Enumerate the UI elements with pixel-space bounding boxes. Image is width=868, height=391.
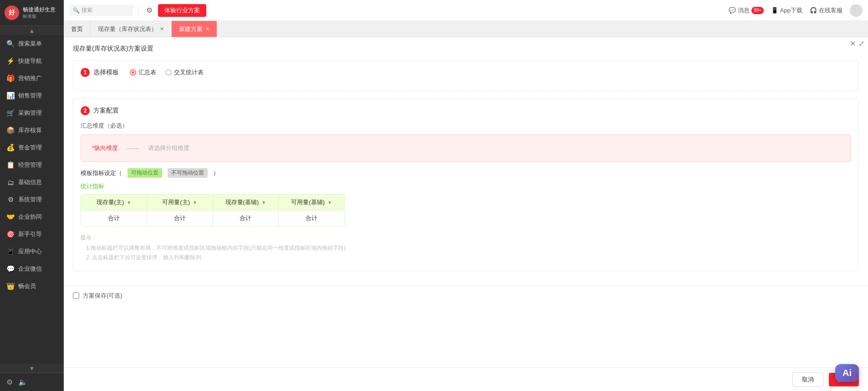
- stats-body-cell-3: 合计: [279, 211, 344, 226]
- stats-body-cell-1: 合计: [147, 211, 213, 226]
- sidebar-item-member[interactable]: 👑 畅会员: [0, 278, 64, 295]
- main-content: 🔍 搜索 ⚙ 体验行业方案 💬 消息 99+ 📱 App下载 🎧 在线客服: [64, 0, 868, 391]
- radio-summary-label: 汇总表: [138, 68, 156, 77]
- dimension-box[interactable]: *纵向维度 —— 请选择分组维度: [81, 134, 851, 162]
- sidebar-item-new-guide[interactable]: 🎯 新手引导: [0, 226, 64, 243]
- sidebar-item-system[interactable]: ⚙ 系统管理: [0, 191, 64, 208]
- stats-header-label-2: 现存量(基辅): [225, 198, 259, 206]
- guide-icon: 🎯: [6, 230, 15, 238]
- sidebar-item-cooperation[interactable]: 🤝 企业协同: [0, 208, 64, 226]
- tab-home-label: 首页: [71, 25, 83, 33]
- movable-tag: 可拖动位置: [128, 168, 162, 178]
- cancel-button[interactable]: 取消: [792, 372, 823, 387]
- tips-item-0: 1.拖动标题栏可以调整布局，不可跨维度或指标区域拖动框内目字段(只能在同一维度或…: [81, 244, 851, 252]
- customer-service-item[interactable]: 🎧 在线客服: [810, 6, 842, 15]
- close-panel-button[interactable]: ✕: [850, 39, 856, 48]
- sidebar-item-label: 营销推广: [18, 74, 42, 82]
- message-item[interactable]: 💬 消息 99+: [729, 6, 764, 15]
- sidebar-item-label: 系统管理: [18, 196, 42, 204]
- indicator-config-label: 模板指标设定（: [81, 169, 122, 177]
- step1-num: 1: [81, 68, 90, 77]
- app-download-item[interactable]: 📱 App下载: [771, 6, 802, 15]
- sidebar-item-quick-nav[interactable]: ⚡ 快捷导航: [0, 52, 64, 70]
- page-inner: 现存量(库存状况表)方案设置 1 选择模板 汇总表 交叉统计表: [64, 37, 868, 286]
- sidebar-item-label: 经营管理: [18, 161, 42, 169]
- stats-header-cell-0[interactable]: 现存量(主) ▼: [81, 195, 147, 210]
- tab-inventory-status[interactable]: 现存量（库存状况表） ✕: [91, 21, 172, 37]
- template-radio-group: 汇总表 交叉统计表: [130, 68, 204, 77]
- sidebar-item-finance[interactable]: 💰 资金管理: [0, 139, 64, 156]
- stats-body-cell-0: 合计: [81, 211, 147, 226]
- step2-num: 2: [81, 106, 90, 115]
- sidebar-item-basic[interactable]: 🗂 基础信息: [0, 174, 64, 191]
- sidebar-item-label: 资金管理: [18, 144, 42, 152]
- save-checkbox[interactable]: [73, 293, 79, 299]
- topbar: 🔍 搜索 ⚙ 体验行业方案 💬 消息 99+ 📱 App下载 🎧 在线客服: [64, 0, 868, 21]
- sidebar-item-sales[interactable]: 📊 销售管理: [0, 87, 64, 104]
- trial-button[interactable]: 体验行业方案: [158, 4, 206, 17]
- footer-settings-icon[interactable]: ⚙: [6, 378, 13, 386]
- stats-header-cell-1[interactable]: 可用量(主) ▼: [147, 195, 213, 210]
- sidebar-item-search[interactable]: 🔍 搜索菜单: [0, 35, 64, 52]
- sidebar-item-wechat[interactable]: 💬 企业微信: [0, 260, 64, 278]
- sidebar-item-label: 销售管理: [18, 92, 42, 100]
- tab-new-plan-close[interactable]: ✕: [205, 26, 209, 32]
- sidebar-scroll-up[interactable]: ▲: [0, 26, 64, 35]
- user-avatar[interactable]: [850, 4, 863, 17]
- app-download-label: App下载: [780, 6, 802, 15]
- stats-header-cell-2[interactable]: 现存量(基辅) ▼: [213, 195, 279, 210]
- wechat-icon: 💬: [6, 265, 15, 273]
- sidebar-item-label: 畅会员: [18, 282, 36, 290]
- sidebar-item-operation[interactable]: 📋 经营管理: [0, 156, 64, 174]
- sidebar-footer: ⚙ 🔈: [0, 373, 64, 391]
- message-icon: 💬: [729, 7, 736, 14]
- page-area: ✕ ⤢ 现存量(库存状况表)方案设置 1 选择模板 汇总表: [64, 37, 868, 367]
- radio-summary[interactable]: 汇总表: [130, 68, 156, 77]
- stats-table-header: 现存量(主) ▼ 可用量(主) ▼ 现存量(基辅) ▼ 可用量(基辅): [81, 195, 344, 210]
- search-icon: 🔍: [6, 40, 15, 48]
- sidebar-item-purchase[interactable]: 🛒 采购管理: [0, 104, 64, 122]
- member-icon: 👑: [6, 282, 15, 290]
- stats-header-label-0: 现存量(主): [97, 198, 124, 206]
- quick-nav-icon: ⚡: [6, 57, 15, 65]
- customer-service-icon: 🎧: [810, 7, 817, 14]
- topbar-right: 💬 消息 99+ 📱 App下载 🎧 在线客服: [729, 4, 863, 17]
- page-float-buttons: ✕ ⤢: [850, 39, 864, 48]
- message-badge: 99+: [751, 7, 764, 14]
- basic-icon: 🗂: [6, 178, 15, 186]
- chevron-down-icon-3: ▼: [327, 200, 332, 205]
- stats-header-cell-3[interactable]: 可用量(基辅) ▼: [279, 195, 344, 210]
- sidebar-item-marketing[interactable]: 🎁 营销推广: [0, 70, 64, 87]
- stats-body-cell-2: 合计: [213, 211, 279, 226]
- page-title: 现存量(库存状况表)方案设置: [73, 45, 859, 53]
- chevron-down-icon-0: ▼: [127, 200, 131, 205]
- tab-new-plan-label: 新建方案: [179, 25, 203, 33]
- dimension-placeholder: 请选择分组维度: [148, 144, 189, 152]
- message-label: 消息: [738, 6, 750, 15]
- sidebar-item-app-center[interactable]: 📱 应用中心: [0, 243, 64, 260]
- expand-panel-button[interactable]: ⤢: [858, 39, 864, 48]
- save-label: 方案保存(可选): [83, 292, 123, 300]
- footer-sound-icon[interactable]: 🔈: [18, 378, 27, 386]
- sidebar-item-label: 采购管理: [18, 109, 42, 117]
- topbar-divider: [138, 6, 139, 15]
- sidebar-scroll-down[interactable]: ▼: [0, 364, 64, 373]
- topbar-search-placeholder: 搜索: [82, 6, 92, 14]
- tab-home[interactable]: 首页: [64, 21, 91, 37]
- tab-inventory-status-close[interactable]: ✕: [160, 26, 164, 32]
- sidebar-logo: 好 畅捷通好生意 标准版: [0, 0, 64, 26]
- chevron-down-icon-1: ▼: [193, 200, 197, 205]
- radio-cross-label: 交叉统计表: [174, 68, 204, 77]
- topbar-search[interactable]: 🔍 搜索: [69, 5, 133, 16]
- stats-header-label-3: 可用量(基辅): [291, 198, 325, 206]
- app-download-icon: 📱: [771, 7, 778, 14]
- ai-float-button[interactable]: Ai: [835, 364, 859, 382]
- topbar-settings-icon[interactable]: ⚙: [146, 6, 153, 15]
- tips-section: 提示： 1.拖动标题栏可以调整布局，不可跨维度或指标区域拖动框内目字段(只能在同…: [81, 234, 851, 262]
- tab-new-plan[interactable]: 新建方案 ✕: [172, 21, 217, 37]
- sidebar-item-inventory[interactable]: 📦 库存核算: [0, 122, 64, 139]
- operation-icon: 📋: [6, 161, 15, 169]
- radio-cross[interactable]: 交叉统计表: [165, 68, 204, 77]
- indicator-config-row: 模板指标设定（ 可拖动位置 不可拖动位置 ）: [81, 168, 851, 178]
- dimension-required-star: *纵向维度: [92, 144, 118, 152]
